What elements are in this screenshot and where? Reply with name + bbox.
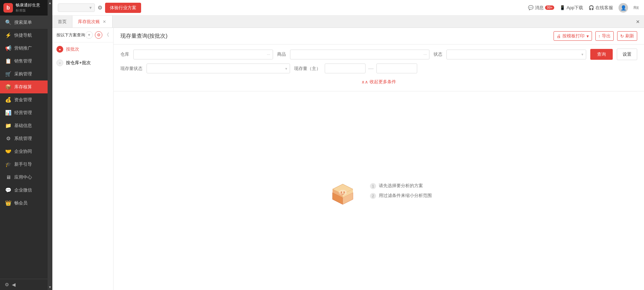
export-icon: ↑ (598, 34, 601, 39)
export-button[interactable]: ↑ 导出 (595, 31, 614, 41)
filter-row-2: 现存量状态 ▾ 现存量（主） — (120, 64, 637, 73)
sidebar-item-guide[interactable]: 🎓 新手引导 (0, 158, 48, 171)
app-logo: b (3, 3, 13, 13)
print-button[interactable]: 🖨 按模板打印 ▾ (554, 31, 592, 41)
appstore-label: 应用中心 (14, 174, 32, 180)
appstore-icon: 🖥 (5, 174, 12, 180)
tab-inventory-batch-label: 库存批次账 (78, 19, 100, 25)
warehouse-field: 仓库 ··· (120, 50, 273, 59)
tab-close-right-button[interactable]: ✕ (632, 19, 644, 24)
scheme-item-batch[interactable]: ● 按批次 (52, 42, 113, 56)
tip-num-1: 1 (370, 183, 376, 189)
scheme-label-batch: 按批次 (66, 46, 79, 52)
tip-num-2: 2 (370, 193, 376, 199)
sidebar-nav: ⚡ 快捷导航 📢 营销推广 📋 销售管理 🛒 采购管理 📦 库存核算 💰 资金管… (0, 29, 48, 279)
setting-button[interactable]: 设置 (617, 49, 637, 60)
app-version: 标准版 (16, 8, 40, 13)
print-dropdown-icon[interactable]: ▾ (587, 34, 589, 39)
wxwork-label: 企业微信 (14, 187, 32, 193)
online-service-button[interactable]: 🎧 在线客服 (589, 5, 613, 11)
sidebar-item-quicknav[interactable]: ⚡ 快捷导航 (0, 29, 48, 42)
system-label: 系统管理 (14, 135, 32, 142)
sidebar-item-enterprise[interactable]: 🤝 企业协同 (0, 145, 48, 158)
configure-scheme-button[interactable]: ⚙ (95, 31, 102, 39)
search-menu-label: 搜索菜单 (14, 19, 32, 25)
finance-icon: 💰 (5, 97, 12, 103)
sidebar-header: b 畅康通好生意 标准版 (0, 0, 48, 16)
add-scheme-button[interactable]: + (85, 31, 93, 39)
phone-icon: 📱 (560, 5, 565, 10)
messages-label: 消息 (535, 5, 544, 11)
operations-icon: 📊 (5, 110, 12, 116)
user-name[interactable]: Rit (633, 5, 639, 10)
export-label: 导出 (602, 33, 611, 39)
collapse-filter-button[interactable]: ∧∧ 收起更多条件 (120, 77, 637, 87)
sidebar-item-inventory[interactable]: 📦 库存核算 (0, 80, 48, 93)
inventory-qty-to-input[interactable] (376, 64, 417, 73)
warehouse-input-wrap: ··· (133, 50, 273, 59)
inventory-status-select[interactable] (147, 64, 290, 73)
quicknav-label: 快捷导航 (14, 32, 32, 38)
search-menu-item[interactable]: 🔍 搜索菜单 (0, 16, 48, 29)
topbar-search-input[interactable] (61, 5, 88, 10)
inventory-qty-from-input[interactable] (325, 64, 366, 73)
product-input[interactable] (290, 50, 430, 59)
scheme-item-warehouse-batch[interactable]: ○ 按仓库+批次 (52, 56, 113, 70)
collapse-filter-label: 收起更多条件 (370, 79, 396, 85)
user-avatar[interactable]: 👤 (618, 3, 628, 13)
scroll-up-button[interactable]: ▲ (48, 0, 52, 6)
status-input-wrap: ▾ (446, 50, 586, 59)
filter-area: 仓库 ··· 商品 ··· (114, 44, 644, 91)
refresh-button[interactable]: ↻ 刷新 (617, 31, 637, 41)
sidebar-item-basics[interactable]: 📁 基础信息 (0, 119, 48, 132)
topbar-dropdown-icon[interactable]: ▾ (89, 5, 92, 10)
wxwork-icon: 💬 (5, 187, 12, 193)
sidebar-item-appstore[interactable]: 🖥 应用中心 (0, 171, 48, 184)
sidebar-item-member[interactable]: 👑 畅会员 (0, 197, 48, 210)
basics-icon: 📁 (5, 123, 12, 129)
topbar-settings-icon[interactable]: ⚙ (98, 4, 102, 11)
left-panel-header: 按以下方案查询 + ⚙ 《 (52, 28, 113, 42)
tab-home[interactable]: 首页 (52, 16, 72, 28)
sales-label: 销售管理 (14, 58, 32, 64)
sidebar-item-system[interactable]: ⚙ 系统管理 (0, 132, 48, 145)
warehouse-input[interactable] (133, 50, 273, 59)
tab-inventory-batch[interactable]: 库存批次账 ✕ (72, 16, 113, 28)
scheme-label-warehouse-batch: 按仓库+批次 (66, 60, 91, 66)
tab-close-icon[interactable]: ✕ (102, 19, 107, 24)
status-select[interactable] (446, 50, 586, 59)
product-suffix-icon: ··· (423, 52, 427, 57)
right-panel: 现存量查询(按批次) 🖨 按模板打印 ▾ ↑ 导出 ↻ 刷新 (114, 28, 644, 290)
svg-point-8 (343, 192, 345, 193)
status-label: 状态 (434, 51, 442, 57)
purchase-label: 采购管理 (14, 71, 32, 77)
collapse-sidebar-icon[interactable]: ◀ (12, 282, 16, 287)
page-title: 现存量查询(按批次) (120, 33, 168, 40)
print-label: 按模板打印 (562, 33, 584, 39)
topbar: ▾ ⚙ 体验行业方案 💬 消息 99+ 📱 App下载 🎧 在线客服 👤 Rit (52, 0, 644, 16)
settings-icon[interactable]: ⚙ (5, 282, 9, 287)
sidebar-scrollbar: ▲ ▼ (48, 0, 52, 290)
query-button[interactable]: 查询 (590, 49, 613, 60)
quicknav-icon: ⚡ (5, 32, 12, 38)
scroll-down-button[interactable]: ▼ (48, 284, 52, 290)
messages-button[interactable]: 💬 消息 99+ (528, 5, 554, 11)
sidebar-item-wxwork[interactable]: 💬 企业微信 (0, 184, 48, 197)
inventory-qty-sep: — (368, 66, 374, 72)
empty-state: 1 请先选择要分析的方案 2 用过滤条件来缩小分析范围 (114, 91, 644, 290)
sidebar-item-purchase[interactable]: 🛒 采购管理 (0, 68, 48, 80)
headset-icon: 🎧 (589, 5, 594, 10)
industry-solution-button[interactable]: 体验行业方案 (105, 3, 141, 13)
inventory-qty-label: 现存量（主） (294, 66, 321, 72)
topbar-search-group[interactable]: ▾ (58, 3, 95, 12)
sidebar-item-marketing[interactable]: 📢 营销推广 (0, 42, 48, 55)
collapse-left-panel-icon[interactable]: 《 (104, 32, 109, 38)
sidebar-item-operations[interactable]: 📊 经营管理 (0, 106, 48, 119)
inventory-status-input-wrap: ▾ (147, 64, 290, 73)
avatar-icon: 👤 (621, 5, 626, 11)
system-icon: ⚙ (5, 135, 12, 142)
sidebar-item-sales[interactable]: 📋 销售管理 (0, 55, 48, 68)
sidebar-item-finance[interactable]: 💰 资金管理 (0, 93, 48, 106)
app-download-button[interactable]: 📱 App下载 (560, 5, 583, 11)
refresh-icon: ↻ (620, 34, 624, 39)
